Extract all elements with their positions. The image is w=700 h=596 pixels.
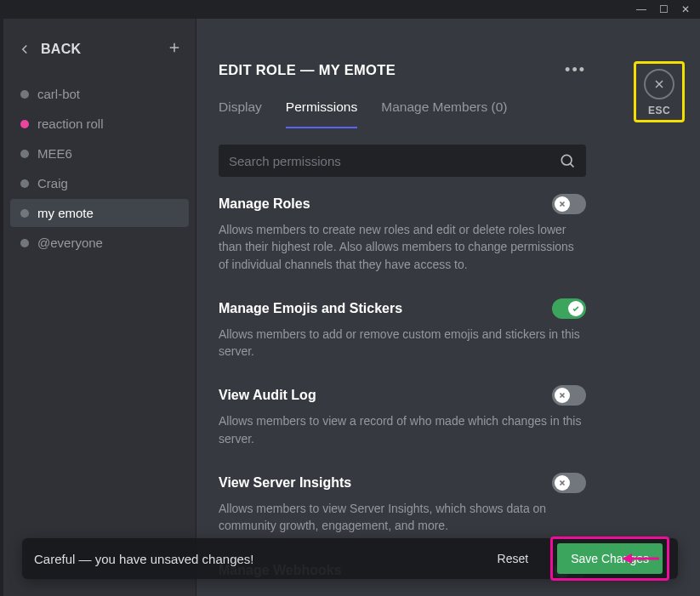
x-icon bbox=[555, 388, 570, 403]
svg-marker-2 bbox=[622, 553, 632, 564]
role-label: MEE6 bbox=[37, 146, 72, 161]
x-icon bbox=[555, 475, 570, 491]
permission-title: View Server Insights bbox=[219, 475, 351, 491]
role-list: carl-botreaction rollMEE6Craigmy emote@e… bbox=[10, 80, 189, 257]
permission-row: View Audit LogAllows members to view a r… bbox=[219, 385, 586, 447]
arrow-left-icon bbox=[17, 42, 32, 57]
close-highlight: ESC bbox=[634, 61, 685, 122]
permission-row: Manage Emojis and StickersAllows members… bbox=[219, 298, 586, 360]
x-icon bbox=[555, 196, 570, 212]
permission-row: Manage RolesAllows members to create new… bbox=[219, 194, 586, 273]
permission-toggle[interactable] bbox=[552, 194, 586, 214]
sidebar-role-item[interactable]: reaction roll bbox=[10, 110, 189, 138]
toast-message: Careful — you have unsaved changes! bbox=[34, 552, 475, 566]
back-label: BACK bbox=[41, 42, 82, 57]
permission-row: View Server InsightsAllows members to vi… bbox=[219, 473, 586, 535]
roles-sidebar: BACK carl-botreaction rollMEE6Craigmy em… bbox=[3, 19, 196, 596]
add-role-button[interactable] bbox=[167, 40, 182, 59]
tabs: DisplayPermissionsManage Members (0) bbox=[219, 99, 586, 129]
window-maximize-icon[interactable]: ☐ bbox=[652, 0, 674, 19]
role-color-dot bbox=[20, 209, 29, 218]
permission-title: View Audit Log bbox=[219, 388, 316, 403]
plus-icon bbox=[167, 40, 182, 55]
role-color-dot bbox=[20, 90, 29, 99]
permissions-list: Manage RolesAllows members to create new… bbox=[219, 194, 586, 581]
permission-title: Manage Roles bbox=[219, 196, 310, 212]
permission-toggle[interactable] bbox=[552, 473, 586, 493]
permission-title: Manage Emojis and Stickers bbox=[219, 301, 402, 316]
sidebar-role-item[interactable]: MEE6 bbox=[10, 139, 189, 167]
role-color-dot bbox=[20, 150, 29, 158]
window-close-icon[interactable]: ✕ bbox=[674, 0, 697, 19]
window-titlebar: — ☐ ✕ bbox=[0, 0, 700, 19]
search-icon bbox=[559, 152, 576, 169]
content-area: EDIT ROLE — MY EMOTE ••• DisplayPermissi… bbox=[196, 19, 700, 596]
esc-label: ESC bbox=[643, 105, 675, 116]
unsaved-changes-toast: Careful — you have unsaved changes! Rese… bbox=[22, 538, 678, 579]
more-options-button[interactable]: ••• bbox=[565, 61, 586, 79]
sidebar-role-item[interactable]: my emote bbox=[10, 199, 189, 227]
window-minimize-icon[interactable]: — bbox=[630, 0, 652, 19]
permission-description: Allows members to add or remove custom e… bbox=[219, 326, 586, 360]
tab-manage-members-[interactable]: Manage Members (0) bbox=[381, 99, 507, 128]
role-label: carl-bot bbox=[37, 87, 80, 101]
tab-permissions[interactable]: Permissions bbox=[286, 99, 357, 128]
search-permissions[interactable] bbox=[219, 145, 586, 177]
permission-toggle[interactable] bbox=[552, 298, 586, 319]
permission-description: Allows members to create new roles and e… bbox=[219, 221, 586, 273]
svg-point-0 bbox=[561, 155, 572, 165]
tab-display[interactable]: Display bbox=[219, 99, 262, 128]
permission-description: Allows members to view a record of who m… bbox=[219, 412, 586, 447]
permission-description: Allows members to view Server Insights, … bbox=[219, 500, 586, 535]
annotation-arrow-icon bbox=[622, 552, 659, 565]
role-color-dot bbox=[20, 179, 29, 188]
role-label: Craig bbox=[37, 176, 68, 190]
role-label: reaction roll bbox=[37, 116, 104, 131]
page-title: EDIT ROLE — MY EMOTE bbox=[219, 62, 396, 78]
back-button[interactable]: BACK bbox=[17, 42, 82, 57]
role-color-dot bbox=[20, 120, 29, 128]
role-color-dot bbox=[20, 239, 29, 247]
search-input[interactable] bbox=[229, 154, 559, 168]
role-label: my emote bbox=[37, 206, 94, 220]
sidebar-role-item[interactable]: carl-bot bbox=[10, 80, 189, 108]
sidebar-role-item[interactable]: @everyone bbox=[10, 229, 189, 257]
close-icon bbox=[652, 77, 666, 91]
close-button[interactable] bbox=[644, 69, 674, 99]
permission-toggle[interactable] bbox=[552, 385, 586, 406]
reset-button[interactable]: Reset bbox=[486, 545, 541, 572]
role-label: @everyone bbox=[37, 236, 103, 250]
check-icon bbox=[568, 301, 583, 316]
sidebar-role-item[interactable]: Craig bbox=[10, 169, 189, 197]
